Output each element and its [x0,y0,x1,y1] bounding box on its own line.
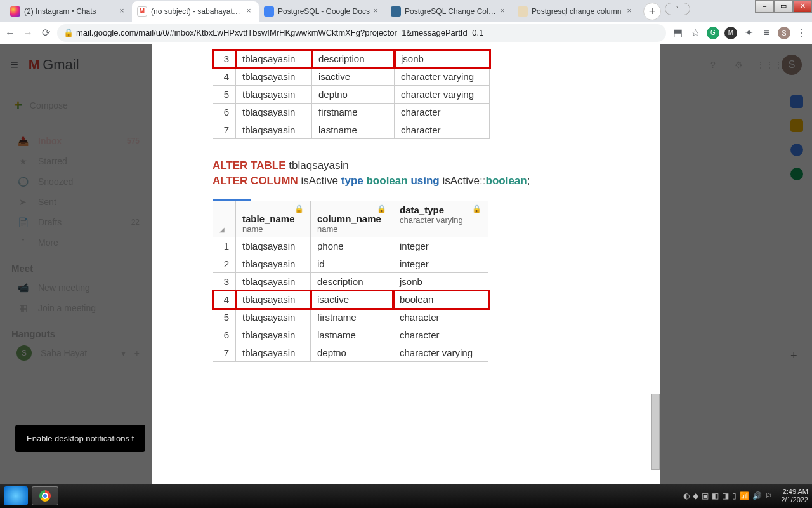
cell-column-name: id [311,255,393,273]
table-row: 3 tblaqsayasin description jsonb [213,273,488,291]
cell-data-type: jsonb [395,50,490,68]
clock-date: 2/1/2022 [781,496,808,504]
taskbar-clock[interactable]: 2:49 AM 2/1/2022 [781,488,808,504]
windows-taskbar: ◐ ◆ ▣ ◧ ◨ ▯ 📶 🔊 ⚐ 2:49 AM 2/1/2022 [0,484,812,508]
tab-title: PostgreSQL Change Colum [405,7,497,16]
browser-tab[interactable]: PostgreSQL Change Colum × [386,1,513,22]
scrollbar-thumb[interactable] [651,394,660,470]
cell-column-name: isactive [312,68,395,86]
chrome-menu-button[interactable]: ⋮ [796,27,808,39]
profile-avatar[interactable]: S [778,27,790,39]
cell-table-name: tblaqsayasin [236,50,312,68]
table-row: 1 tblaqsayasin phone integer [213,237,488,255]
lock-icon: 🔒 [63,28,72,37]
browser-tab[interactable]: Postgresql change column × [513,1,639,22]
tab-close-button[interactable]: × [244,6,254,17]
cell-data-type: character varying [395,86,490,104]
cell-column-name: lastname [311,326,393,344]
url-input[interactable]: 🔒 mail.google.com/mail/u/0/#inbox/KtbxLw… [57,24,666,42]
cell-data-type: integer [393,255,488,273]
clock-time: 2:49 AM [781,488,808,496]
extensions-puzzle-icon[interactable]: ✦ [742,27,755,39]
bookmark-star-icon[interactable]: ☆ [689,27,702,39]
tray-icon[interactable]: ◐ [683,491,690,500]
favicon [391,6,401,17]
sort-header[interactable]: ◢ [213,201,236,237]
header-main: data_type [400,204,481,215]
reading-list-icon[interactable]: ≡ [760,27,773,39]
tray-icon[interactable]: ◆ [693,491,698,500]
row-index: 1 [213,237,236,255]
install-app-icon[interactable]: ⬒ [671,27,684,39]
table-row: 4 tblaqsayasin isactive character varyin… [213,68,490,86]
cell-column-name: lastname [312,121,395,139]
sql-code-block: ALTER TABLE tblaqsayasin ALTER COLUMN is… [152,158,660,189]
cell-column-name: deptno [311,344,393,362]
lock-icon: 🔒 [294,204,304,213]
taskbar-chrome[interactable] [32,486,58,505]
cell-table-name: tblaqsayasin [236,121,312,139]
tray-icon[interactable]: ◧ [712,491,719,500]
cell-column-name: deptno [312,86,395,104]
cell-table-name: tblaqsayasin [236,237,311,255]
sql-keyword: type [341,175,363,187]
cell-data-type: character varying [393,344,488,362]
new-tab-button[interactable]: + [643,3,661,20]
row-index: 4 [213,291,236,309]
sql-cast: :: [480,175,485,187]
column-header[interactable]: 🔒 data_type character varying [393,201,488,237]
browser-tab[interactable]: (no subject) - sabahayatkha × [132,1,259,22]
row-index: 2 [213,255,236,273]
row-index: 5 [213,309,236,326]
tray-icon[interactable]: ▣ [702,491,709,500]
tab-close-button[interactable]: × [117,6,127,17]
column-header[interactable]: 🔒 table_name name [236,201,311,237]
browser-tab-strip: (2) Instagram • Chats × (no subject) - s… [0,0,812,22]
tray-icon[interactable]: ◨ [722,491,729,500]
start-button[interactable] [4,486,28,505]
cell-column-name: description [312,50,395,68]
browser-tab[interactable]: PostgreSQL - Google Docs × [259,1,386,22]
tab-close-button[interactable]: × [370,6,381,17]
window-minimize-button[interactable]: – [755,0,774,13]
window-maximize-button[interactable]: ▭ [774,0,793,13]
cell-column-name: firstname [311,309,393,326]
back-button[interactable]: ← [4,27,16,39]
favicon [518,6,528,17]
tab-close-button[interactable]: × [497,6,508,17]
table-row: 7 tblaqsayasin deptno character varying [213,344,488,362]
tab-title: (2) Instagram • Chats [24,7,117,16]
system-tray[interactable]: ◐ ◆ ▣ ◧ ◨ ▯ 📶 🔊 ⚐ [683,491,772,500]
cell-data-type: character varying [395,68,490,86]
network-icon[interactable]: 📶 [740,491,749,500]
volume-icon[interactable]: 🔊 [752,491,762,500]
tab-close-button[interactable]: × [624,6,634,17]
cell-column-name: firstname [312,104,395,121]
sql-type: boolean [486,175,527,187]
window-close-button[interactable]: ✕ [793,0,812,13]
table-row: 6 tblaqsayasin lastname character [213,326,488,344]
column-header[interactable]: 🔒 column_name name [311,201,393,237]
row-index: 6 [213,326,236,344]
cell-table-name: tblaqsayasin [236,344,311,362]
tray-icon[interactable]: ▯ [732,491,737,500]
table-row: 6 tblaqsayasin firstname character [213,104,490,121]
extension-icon[interactable]: M [724,27,737,39]
flag-icon[interactable]: ⚐ [765,491,772,500]
db-table-after: ◢ 🔒 table_name name 🔒 column_name name 🔒… [213,201,488,362]
forward-button[interactable]: → [22,27,34,39]
cell-data-type: integer [393,237,488,255]
cell-table-name: tblaqsayasin [236,273,311,291]
table-row: 5 tblaqsayasin deptno character varying [213,86,490,104]
browser-tab[interactable]: (2) Instagram • Chats × [5,1,132,22]
cell-table-name: tblaqsayasin [236,104,312,121]
notification-toast[interactable]: Enable desktop notifications f [15,425,145,452]
cell-table-name: tblaqsayasin [236,291,311,309]
profile-chevron-icon[interactable]: ˅ [665,3,690,15]
reload-button[interactable]: ⟳ [39,27,52,39]
address-bar: ← → ⟳ 🔒 mail.google.com/mail/u/0/#inbox/… [0,22,812,44]
sql-identifier: isActive [301,175,338,187]
favicon [137,6,147,17]
lock-icon: 🔒 [377,204,386,213]
extension-grammarly-icon[interactable]: G [707,27,719,39]
